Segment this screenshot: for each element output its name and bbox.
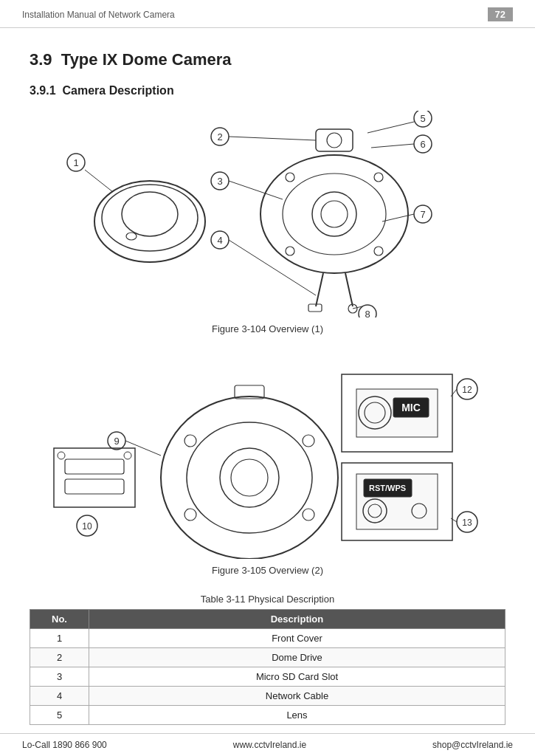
table-cell-no: 1 [30,629,89,648]
figure1-caption: Figure 3-104 Overview (1) [212,323,323,334]
footer-right: shop@cctvIreland.ie [432,740,513,750]
svg-point-56 [303,509,314,520]
svg-point-10 [374,173,383,182]
svg-point-13 [312,192,356,236]
svg-point-2 [122,192,178,236]
svg-text:8: 8 [365,309,370,317]
table-row: 2Dome Drive [30,648,505,667]
svg-point-16 [327,133,342,148]
section-title: 3.9 Type IX Dome Camera [30,50,505,69]
svg-text:13: 13 [462,518,472,528]
svg-text:3: 3 [217,176,222,187]
svg-line-26 [229,181,283,199]
table-row: 1Front Cover [30,629,505,648]
table-caption: Table 3-11 Physical Description [30,594,505,605]
table-cell-desc: Network Cable [89,687,505,706]
svg-text:5: 5 [420,113,425,124]
figure1-diagram: 1 [46,111,489,317]
svg-rect-19 [308,304,322,312]
table-header-desc: Description [89,610,505,629]
svg-point-9 [286,173,294,182]
table-cell-desc: Lens [89,706,505,725]
table-cell-no: 2 [30,648,89,667]
table-row: 3Micro SD Card Slot [30,667,505,687]
svg-line-32 [367,122,414,133]
svg-point-55 [184,509,196,520]
footer-center: www.cctvIreland.ie [233,740,306,750]
svg-line-71 [451,389,457,396]
svg-point-12 [374,247,383,255]
page-header: Installation Manual of Network Camera 72 [0,0,535,28]
physical-description-table: No. Description 1Front Cover2Dome Drive3… [30,609,505,725]
svg-point-53 [184,435,196,447]
table-cell-no: 4 [30,687,89,706]
svg-text:1: 1 [73,157,78,168]
svg-text:2: 2 [217,131,222,142]
svg-point-49 [161,396,338,559]
svg-text:MIC: MIC [401,402,421,413]
svg-point-51 [220,448,279,507]
subsection-title: 3.9.1 Camera Description [30,84,505,97]
header-title: Installation Manual of Network Camera [22,10,175,20]
svg-point-50 [187,422,312,533]
figure2-diagram: 10 9 [39,352,497,559]
svg-rect-43 [65,459,124,474]
svg-point-11 [286,247,294,255]
svg-line-81 [451,518,457,522]
svg-line-18 [345,273,353,306]
page-number: 72 [488,7,513,21]
svg-point-3 [126,233,137,240]
page-footer: Lo-Call 1890 866 900 www.cctvIreland.ie … [0,733,535,756]
svg-line-38 [382,214,414,221]
svg-text:4: 4 [217,235,222,246]
svg-text:6: 6 [420,139,425,150]
svg-text:7: 7 [420,209,425,220]
table-header-no: No. [30,610,89,629]
svg-line-23 [229,137,316,140]
svg-text:RST/WPS: RST/WPS [368,484,405,492]
svg-text:9: 9 [114,436,119,447]
svg-point-14 [321,201,348,227]
svg-line-35 [371,144,414,148]
svg-line-6 [85,170,113,192]
svg-point-54 [303,435,314,447]
table-row: 5Lens [30,706,505,725]
svg-point-8 [283,173,386,255]
table-cell-no: 5 [30,706,89,725]
table-row: 4Network Cable [30,687,505,706]
table-cell-desc: Dome Drive [89,648,505,667]
svg-rect-42 [54,448,135,507]
figure2-container: 10 9 [30,352,505,586]
table-cell-no: 3 [30,667,89,687]
figure1-container: 1 [30,111,505,345]
svg-point-1 [102,185,198,251]
table-cell-desc: Micro SD Card Slot [89,667,505,687]
table-cell-desc: Front Cover [89,629,505,648]
svg-point-46 [124,452,131,459]
svg-point-52 [231,459,268,496]
svg-text:12: 12 [462,385,472,395]
svg-text:10: 10 [82,521,92,532]
footer-left: Lo-Call 1890 866 900 [22,740,107,750]
svg-line-17 [316,273,323,306]
svg-point-45 [58,452,65,459]
figure2-caption: Figure 3-105 Overview (2) [212,565,323,576]
svg-rect-44 [65,479,124,494]
svg-point-0 [94,181,205,262]
